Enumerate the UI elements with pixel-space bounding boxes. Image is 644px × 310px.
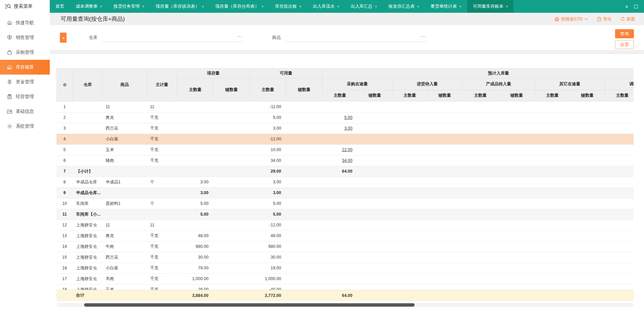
warehouse-input[interactable]: ··· [102,33,243,42]
tab-要货单统计表[interactable]: 要货单统计表× [425,0,467,13]
sidebar-item-销售管理[interactable]: $销售管理 [0,30,50,45]
header-group-incoming-pending[interactable]: 进货待入量 [392,79,462,90]
cell-purchase-aux [357,263,392,273]
search-menu-button[interactable]: 搜索菜单 [0,0,50,13]
close-tab-icon[interactable]: × [375,4,377,8]
product-picker-ellipsis-icon[interactable]: ··· [421,34,426,39]
tab-拣货任务管理[interactable]: 拣货任务管理× [108,0,150,13]
warehouse-picker-ellipsis-icon[interactable]: ··· [237,34,243,39]
table-row[interactable]: 10车间库原材料1个5.005.00 [56,198,634,209]
table-row[interactable]: 18上海静安仓玉米千克28.00-40.00 [56,284,634,290]
close-tab-icon[interactable]: × [299,4,301,8]
tab-库存批次账[interactable]: 库存批次账× [269,0,307,13]
header-group-available[interactable]: 可用量 [250,69,323,79]
horizontal-scrollbar[interactable] [56,303,634,307]
table-row[interactable]: 2奥龙千克5.005.00 [56,112,634,123]
tab-现存量（库存分布表）[interactable]: 现存量（库存分布表）× [210,0,269,13]
header-purchase-aux-qty[interactable]: 辅数量 [357,90,392,101]
tab-出入库流水[interactable]: 出入库流水× [307,0,345,13]
header-group-purchase-in-transit[interactable]: 采购在途量 [323,79,392,90]
product-input[interactable]: ··· [286,33,427,42]
header-available-main-qty[interactable]: 主数量 [250,79,286,101]
print-by-template-button[interactable]: 按模板打印 [555,16,588,22]
horizontal-scrollbar-thumb[interactable] [84,303,415,307]
header-finished-aux-qty[interactable]: 辅数量 [499,90,535,101]
header-stock-aux-qty[interactable]: 辅数量 [214,79,250,101]
cell-purchase-main[interactable]: 3.00 [322,123,357,134]
table-row[interactable]: 15上海静安仓西兰花千克30.0030.00 [56,252,634,263]
header-product[interactable]: 商品 [103,69,147,101]
header-incoming-aux-qty[interactable]: 辅数量 [427,90,462,101]
header-available-aux-qty[interactable]: 辅数量 [286,79,323,101]
table-row[interactable]: 17上海静安仓羊肉千克1,000.001,000.00 [56,273,634,284]
column-settings-gear-icon[interactable]: ⚙ [57,69,73,101]
tab-出入库汇总[interactable]: 出入库汇总× [345,0,383,13]
header-unit[interactable]: 主计量 [147,69,177,101]
close-tab-icon[interactable]: × [417,4,419,8]
table-row[interactable]: 4小白菜千克-12.00 [56,134,634,144]
close-tab-icon[interactable]: × [459,4,461,8]
close-tab-icon[interactable]: × [100,4,102,8]
expand-filters-button[interactable]: » [60,33,67,43]
cell-stock-main: 30.00 [177,252,213,263]
table-row[interactable]: 8半成品仓库半成品1个3.003.00 [56,177,634,187]
header-other-aux-qty[interactable]: 辅数量 [570,90,605,101]
query-button[interactable]: 查询 [615,29,634,38]
header-group-other-in-transit[interactable]: 其它在途量 [535,79,605,90]
cell-finished-aux [498,252,535,263]
header-purchase-main-qty[interactable]: 主数量 [323,90,357,101]
cell-purchase-main[interactable]: 22.00 [322,144,357,155]
close-tab-icon[interactable]: × [202,4,204,8]
sidebar-item-库存核算[interactable]: 库存核算 [0,60,50,75]
export-button[interactable]: 导出 [597,16,612,22]
close-tab-icon[interactable]: × [337,4,339,8]
cell-purchase-aux [357,155,392,166]
close-tab-icon[interactable]: × [261,4,263,8]
sidebar-item-基础信息[interactable]: A基础信息 [0,104,50,119]
table-row[interactable]: 11111-11.00 [56,101,634,112]
table-row[interactable]: 11车间库【小...5.005.00 [56,209,634,220]
sidebar-item-经营管理[interactable]: 经营管理 [0,89,50,104]
fullscreen-icon[interactable] [634,5,638,8]
tab-label: 拣货任务管理 [113,3,140,9]
tab-现存量（库存状况表）[interactable]: 现存量（库存状况表）× [150,0,210,13]
header-finished-main-qty[interactable]: 主数量 [462,90,499,101]
cell-purchase-main[interactable]: 5.00 [322,112,357,123]
header-warehouse[interactable]: 仓库 [73,69,103,101]
table-row[interactable]: 12上海静安仓1111-12.00 [56,220,634,230]
sidebar-item-资金管理[interactable]: ¥资金管理 [0,75,50,89]
close-tab-icon[interactable]: × [142,4,144,8]
table-row[interactable]: 9半成品仓库...3.003.00 [56,187,634,198]
header-incoming-main-qty[interactable]: 主数量 [392,90,427,101]
table-row[interactable]: 6猪肉千克34.0034.00 [56,155,634,166]
header-group-transfer-in-transit[interactable]: 调拨在途量 [605,79,634,90]
close-all-tabs-icon[interactable]: × [625,4,628,9]
cell-finished-main [462,177,498,187]
settings-button[interactable]: 设置 [615,40,634,49]
header-other-main-qty[interactable]: 主数量 [535,90,570,101]
close-tab-icon[interactable]: × [506,4,508,8]
cell-purchase-main[interactable]: 34.00 [322,155,357,166]
refresh-button[interactable]: 刷新 [620,16,635,22]
table-row[interactable]: 3西兰花千克3.003.00 [56,123,634,134]
header-stock-main-qty[interactable]: 主数量 [177,79,214,101]
tab-可用量库存账本[interactable]: 可用量库存账本× [467,0,514,13]
tab-首页[interactable]: 首页 [50,0,70,13]
header-group-stock[interactable]: 现存量 [177,69,250,79]
cell-available-aux [286,241,322,252]
cell-other-main [535,101,570,112]
header-group-expected-inbound[interactable]: 预计入库量 [323,69,634,79]
grid-rows-area: 11111-11.002奥龙千克5.005.003西兰花千克3.003.004小… [56,101,634,290]
table-row[interactable]: 14上海静安仓牛肉千克980.00980.00 [56,241,634,252]
table-row[interactable]: 13上海静安仓奥龙千克48.0048.00 [56,230,634,241]
header-group-finished-goods-pending[interactable]: 产成品待入量 [462,79,535,90]
table-row[interactable]: 5玉米千克10.0022.00 [56,144,634,155]
table-row[interactable]: 16上海静安仓小白菜千克79.0019.00 [56,263,634,273]
table-row[interactable]: 7【小计】29.0064.00 [56,166,634,177]
tab-收发存汇总表[interactable]: 收发存汇总表× [383,0,425,13]
tab-成本调整单[interactable]: 成本调整单× [70,0,108,13]
sidebar-item-系统管理[interactable]: 系统管理 [0,119,50,134]
sidebar-item-采购管理[interactable]: 采购管理 [0,45,50,60]
sidebar-item-快捷导航[interactable]: 快捷导航 [0,15,50,30]
header-transfer-main-qty[interactable]: 主数量 [605,90,634,101]
